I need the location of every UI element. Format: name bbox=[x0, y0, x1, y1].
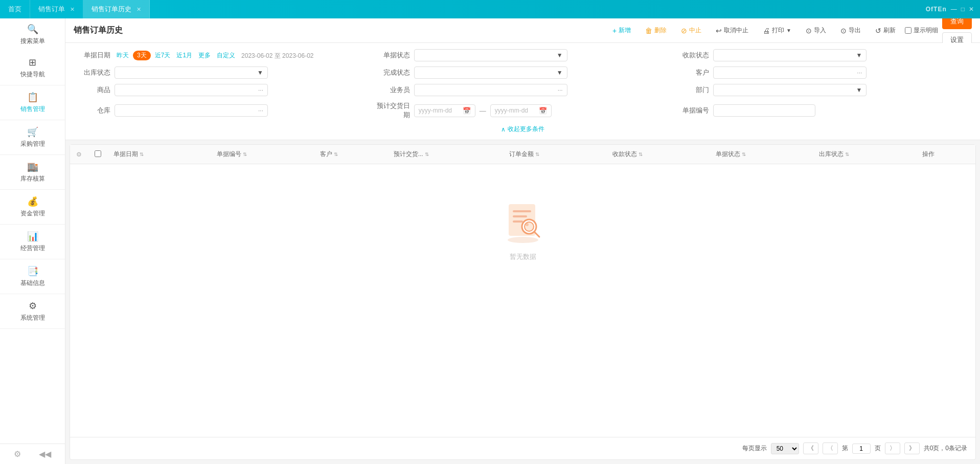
delete-button[interactable]: 🗑 删除 bbox=[640, 24, 672, 37]
empty-illustration bbox=[497, 195, 549, 246]
sort-pay-status-icon[interactable]: ⇅ bbox=[639, 151, 643, 157]
tab-home[interactable]: 首页 bbox=[0, 0, 30, 18]
tab-sales-order[interactable]: 销售订单 ✕ bbox=[30, 0, 83, 18]
sidebar-item-inventory[interactable]: 🏬 库存核算 bbox=[0, 155, 65, 190]
print-button[interactable]: 🖨 打印 ▼ bbox=[758, 24, 796, 37]
window-maximize[interactable]: □ bbox=[961, 6, 965, 13]
sidebar-item-base-info-label: 基础信息 bbox=[20, 279, 45, 288]
date-7days[interactable]: 近7天 bbox=[153, 51, 173, 60]
completion-status-select[interactable]: ▼ bbox=[414, 67, 567, 79]
order-status-arrow: ▼ bbox=[557, 52, 563, 59]
sidebar-collapse-icon[interactable]: ◀◀ bbox=[39, 449, 51, 459]
window-minimize[interactable]: — bbox=[951, 6, 957, 13]
sidebar-item-sales-mgmt[interactable]: 📋 销售管理 bbox=[0, 85, 65, 120]
order-no-label: 单据编号 bbox=[672, 106, 713, 115]
import-button[interactable]: ⊙ 导入 bbox=[801, 24, 831, 37]
page-size-select[interactable]: 50 20 100 bbox=[771, 443, 799, 454]
sidebar-gear-icon[interactable]: ⚙ bbox=[14, 449, 21, 459]
filter-section: 单据日期 昨天 3天 近7天 近1月 更多 自定义 2023-06-02 至 2… bbox=[65, 43, 980, 140]
sidebar-item-capital-mgmt[interactable]: 💰 资金管理 bbox=[0, 190, 65, 225]
select-all-checkbox[interactable] bbox=[95, 150, 101, 157]
date-3days[interactable]: 3天 bbox=[133, 51, 151, 60]
pay-status-value: ▼ bbox=[713, 49, 972, 61]
export-button[interactable]: ⊙ 导出 bbox=[835, 24, 866, 37]
prev-page-button[interactable]: 〈 bbox=[823, 443, 838, 454]
sidebar-search[interactable]: 🔍 搜索菜单 bbox=[0, 18, 65, 51]
salesperson-select[interactable]: ··· bbox=[414, 84, 567, 96]
department-select[interactable]: ▼ bbox=[713, 84, 867, 96]
page-input[interactable] bbox=[852, 444, 871, 454]
warehouse-label: 仓库 bbox=[74, 106, 115, 115]
sidebar-item-sys-mgmt[interactable]: ⚙ 系统管理 bbox=[0, 294, 65, 329]
sidebar-item-quick-nav[interactable]: ⊞ 快捷导航 bbox=[0, 51, 65, 85]
top-bar: 首页 销售订单 ✕ 销售订单历史 ✕ OfTEn — □ ✕ bbox=[0, 0, 980, 18]
search-button[interactable]: 查询 bbox=[942, 18, 972, 29]
tab-home-label: 首页 bbox=[8, 5, 21, 14]
refresh-button[interactable]: ↺ 刷新 bbox=[870, 24, 901, 37]
pay-status-arrow: ▼ bbox=[856, 52, 862, 59]
collapse-button[interactable]: ∧ 收起更多条件 bbox=[74, 125, 972, 134]
page-title: 销售订单历史 bbox=[74, 25, 123, 36]
warehouse-dots[interactable]: ··· bbox=[258, 107, 263, 114]
sort-date-icon[interactable]: ⇅ bbox=[140, 151, 144, 157]
data-table: ⚙ 单据日期 ⇅ 单据编号 ⇅ bbox=[70, 145, 975, 164]
delivery-status-select[interactable]: ▼ bbox=[115, 67, 268, 79]
tab-sales-order-history-close[interactable]: ✕ bbox=[136, 6, 141, 13]
date-1month[interactable]: 近1月 bbox=[174, 51, 194, 60]
import-label: 导入 bbox=[814, 26, 826, 35]
tab-sales-order-history[interactable]: 销售订单历史 ✕ bbox=[83, 0, 150, 18]
add-button[interactable]: + 新增 bbox=[607, 24, 636, 37]
sort-amount-icon[interactable]: ⇅ bbox=[535, 151, 539, 157]
salesperson-dots[interactable]: ··· bbox=[558, 86, 563, 94]
tab-sales-order-close[interactable]: ✕ bbox=[70, 6, 75, 13]
sort-delivery-date-icon[interactable]: ⇅ bbox=[425, 151, 429, 157]
table-settings-icon[interactable]: ⚙ bbox=[76, 151, 82, 158]
sidebar-item-base-info[interactable]: 📑 基础信息 bbox=[0, 259, 65, 294]
operations-icon: 📊 bbox=[27, 231, 38, 242]
delivery-date-end[interactable]: yyyy-mm-dd 📅 bbox=[490, 104, 552, 117]
sort-customer-icon[interactable]: ⇅ bbox=[334, 151, 338, 157]
delivery-date-start[interactable]: yyyy-mm-dd 📅 bbox=[414, 104, 475, 117]
date-more[interactable]: 更多 bbox=[196, 51, 213, 60]
sidebar-item-operations-label: 经营管理 bbox=[20, 244, 45, 253]
order-no-input[interactable] bbox=[713, 104, 815, 117]
sidebar-item-purchase-mgmt[interactable]: 🛒 采购管理 bbox=[0, 120, 65, 155]
sidebar-item-sales-mgmt-label: 销售管理 bbox=[20, 105, 45, 114]
order-status-select[interactable]: ▼ bbox=[414, 49, 567, 61]
customer-dots[interactable]: ··· bbox=[857, 69, 862, 76]
window-close[interactable]: ✕ bbox=[969, 6, 974, 13]
cancel-stop-button[interactable]: ↩ 取消中止 bbox=[711, 24, 754, 37]
date-custom[interactable]: 自定义 bbox=[215, 51, 237, 60]
th-delivery-status-label: 出库状态 bbox=[819, 150, 844, 158]
last-page-button[interactable]: 》 bbox=[904, 443, 920, 454]
display-toggle[interactable]: 显示明细 bbox=[905, 26, 938, 35]
customer-select[interactable]: ··· bbox=[713, 67, 867, 79]
filter-row-4: 仓库 ··· 预计交货日期 yyyy-mm-dd 📅 — yyyy-mm-d bbox=[74, 101, 972, 120]
next-page-button[interactable]: 〉 bbox=[885, 443, 900, 454]
product-select[interactable]: ··· bbox=[115, 84, 268, 96]
print-label: 打印 bbox=[772, 26, 784, 35]
date-shortcuts: 昨天 3天 近7天 近1月 更多 自定义 bbox=[115, 51, 237, 60]
product-dots[interactable]: ··· bbox=[258, 86, 263, 94]
th-customer-label: 客户 bbox=[320, 150, 332, 158]
sort-order-status-icon[interactable]: ⇅ bbox=[742, 151, 746, 157]
pay-status-select[interactable]: ▼ bbox=[713, 49, 867, 61]
th-delivery-date-label: 预计交货... bbox=[394, 150, 423, 158]
delivery-status-label: 出库状态 bbox=[74, 68, 115, 77]
sort-delivery-status-icon[interactable]: ⇅ bbox=[845, 151, 849, 157]
refresh-label: 刷新 bbox=[883, 26, 896, 35]
calendar-end-icon: 📅 bbox=[539, 107, 547, 115]
svg-rect-3 bbox=[513, 215, 527, 217]
sidebar-item-operations[interactable]: 📊 经营管理 bbox=[0, 225, 65, 259]
date-yesterday[interactable]: 昨天 bbox=[115, 51, 131, 60]
stop-button[interactable]: ⊘ 中止 bbox=[676, 24, 706, 37]
warehouse-select[interactable]: ··· bbox=[115, 104, 268, 117]
order-no-value bbox=[713, 104, 972, 117]
order-status-label: 单据状态 bbox=[373, 51, 414, 60]
first-page-button[interactable]: 《 bbox=[803, 443, 818, 454]
calendar-start-icon: 📅 bbox=[463, 107, 471, 115]
sort-order-no-icon[interactable]: ⇅ bbox=[243, 151, 247, 157]
th-amount: 订单金额 ⇅ bbox=[503, 145, 606, 164]
display-toggle-checkbox[interactable] bbox=[905, 27, 911, 34]
warehouse-value: ··· bbox=[115, 104, 373, 117]
